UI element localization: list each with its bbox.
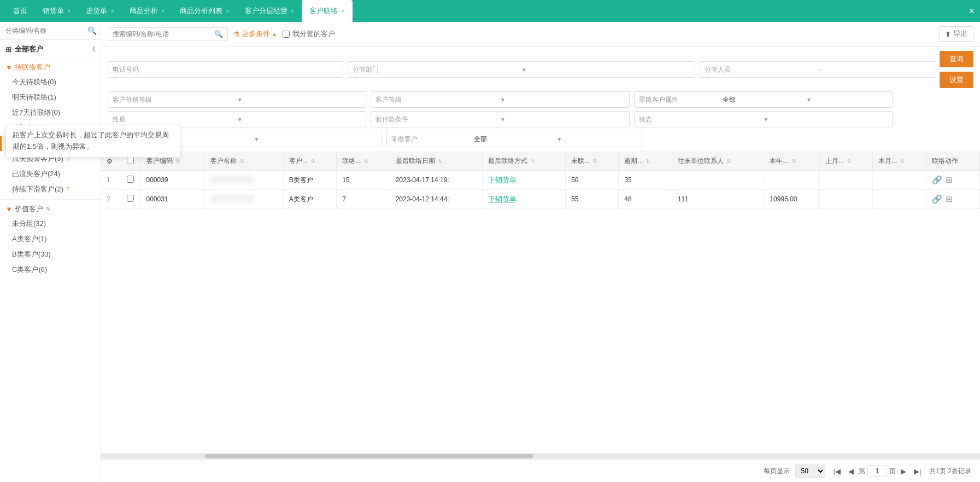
first-page-button[interactable]: |◀ — [831, 466, 843, 477]
manager-filter[interactable]: 分管人员 ··· — [700, 61, 935, 78]
status-filter[interactable]: 状态 ▼ — [634, 111, 893, 127]
horizontal-scrollbar[interactable] — [101, 453, 980, 460]
retail-customer-filter[interactable]: 零散客户 全部 ▼ — [386, 131, 642, 147]
row1-action: 🔗 ⊞ — [926, 171, 979, 190]
search-box[interactable]: 🔍 — [108, 27, 228, 41]
sort-code-icon: ⇅ — [175, 158, 180, 164]
sidebar-all-customers-header[interactable]: ⊞ 全部客户 《 — [0, 40, 101, 59]
col-last-month[interactable]: 上月... ⇅ — [819, 152, 872, 171]
sidebar-item-already-lost[interactable]: 已流失客户(24) — [0, 166, 101, 182]
nav-customer-contact[interactable]: 客户联络 × — [302, 0, 352, 22]
payment-filter[interactable]: 收付款条件 ▼ — [371, 111, 629, 127]
manager-dropdown-arrow: ··· — [818, 67, 930, 73]
sidebar-item-today-pending[interactable]: 今天待联络(0) — [0, 74, 101, 90]
search-input[interactable] — [113, 30, 214, 38]
row2-this-month — [873, 190, 926, 209]
pagination: |◀ ◀ 第 页 ▶ ▶| — [831, 465, 924, 477]
row1-link-icon[interactable]: 🔗 — [932, 175, 942, 185]
dept-filter[interactable]: 分管部门 ▼ — [348, 61, 696, 78]
row1-checkbox[interactable] — [127, 176, 134, 183]
col-overdue[interactable]: 逾期... ⇅ — [619, 152, 672, 171]
sidebar-value-customer-group[interactable]: ▼ 价值客户 ✎ — [0, 202, 101, 216]
row2-action: 🔗 ⊞ — [926, 190, 979, 209]
row2-this-year: 10995.00 — [764, 190, 819, 209]
close-product-analysis-icon[interactable]: × — [161, 8, 165, 14]
scroll-track — [101, 454, 980, 458]
nav-sales-order[interactable]: 销货单 × — [35, 0, 78, 22]
sidebar-item-ungrouped[interactable]: 未分组(32) — [0, 216, 101, 231]
nav-purchase-order[interactable]: 进货单 × — [78, 0, 121, 22]
row2-contact-person: 111 — [672, 190, 764, 209]
row2-grid-icon[interactable]: ⊞ — [946, 194, 953, 204]
col-type[interactable]: 客户... ⇅ — [283, 152, 336, 171]
row2-link-icon[interactable]: 🔗 — [932, 194, 942, 204]
triangle-down-icon: ▼ — [5, 63, 13, 72]
sort-overdue-icon: ⇅ — [646, 158, 650, 164]
col-last-date[interactable]: 最后联络日期 ⇅ — [390, 152, 483, 171]
sidebar-divider — [0, 199, 101, 200]
sidebar-item-tomorrow-pending[interactable]: 明天待联络(1) — [0, 90, 101, 105]
col-uncontact[interactable]: 未联... ⇅ — [565, 152, 618, 171]
export-button[interactable]: ⬆ 导出 — [939, 26, 973, 42]
sort-year-icon: ⇅ — [791, 158, 796, 164]
query-button[interactable]: 查询 — [940, 51, 973, 67]
row1-last-method[interactable]: 下销货单 — [483, 171, 566, 190]
row1-checkbox-cell[interactable] — [121, 171, 140, 190]
per-page-label: 每页显示 — [764, 467, 790, 476]
my-customers-checkbox-area[interactable]: 我分管的客户 — [283, 29, 335, 39]
sidebar-pending-contact-group[interactable]: ▼ 待联络客户 — [0, 59, 101, 74]
close-customer-contact-icon[interactable]: × — [341, 8, 344, 14]
next-page-button[interactable]: ▶ — [898, 466, 909, 477]
col-contact[interactable]: 联络... ⇅ — [337, 152, 390, 171]
toolbar: 🔍 ⚗ 更多条件 ▲ 我分管的客户 ⬆ 导出 — [101, 22, 980, 47]
row2-last-method[interactable]: 下销货单 — [483, 190, 566, 209]
per-page-select[interactable]: 50 100 200 — [795, 464, 825, 478]
value-customer-edit-icon[interactable]: ✎ — [45, 205, 51, 213]
nav-home[interactable]: 首页 — [5, 0, 35, 22]
payment-arrow: ▼ — [500, 117, 625, 123]
page-number-input[interactable] — [867, 465, 887, 477]
sort-method-icon: ⇅ — [531, 158, 535, 164]
price-grade-filter[interactable]: 客户价格等级 ▼ — [108, 91, 366, 108]
table-footer: 每页显示 50 100 200 |◀ ◀ 第 页 ▶ ▶| 共1页 2条记录 — [101, 460, 980, 482]
nav-customer-tier[interactable]: 客户分层经营 × — [237, 0, 302, 22]
price-grade-arrow: ▼ — [237, 97, 362, 103]
close-customer-tier-icon[interactable]: × — [291, 8, 294, 14]
my-customers-checkbox[interactable] — [283, 31, 290, 38]
row2-checkbox[interactable] — [127, 195, 134, 202]
nav-product-analysis-list[interactable]: 商品分析列表 × — [172, 0, 237, 22]
more-filter-button[interactable]: ⚗ 更多条件 ▲ — [233, 29, 277, 39]
window-close-button[interactable]: × — [969, 5, 975, 17]
prev-page-button[interactable]: ◀ — [846, 466, 856, 477]
sidebar-search-box[interactable]: 🔍 — [0, 22, 101, 40]
close-purchase-icon[interactable]: × — [110, 8, 114, 14]
close-product-list-icon[interactable]: × — [226, 8, 229, 14]
customer-grade-filter[interactable]: 客户等级 ▼ — [371, 91, 629, 108]
settings-button[interactable]: 设置 — [940, 72, 973, 88]
scroll-thumb[interactable] — [205, 454, 533, 458]
top-navigation: 首页 销货单 × 进货单 × 商品分析 × 商品分析列表 × 客户分层经营 × … — [0, 0, 980, 22]
sidebar-item-b-class[interactable]: B类客户(33) — [0, 247, 101, 262]
col-this-year[interactable]: 本年... ⇅ — [764, 152, 819, 171]
phone-input[interactable] — [142, 66, 338, 73]
sidebar-item-a-class[interactable]: A类客户(1) — [0, 231, 101, 247]
retail-attr-filter[interactable]: 零散客户属性 全部 ▼ — [634, 91, 893, 108]
last-page-button[interactable]: ▶| — [911, 466, 924, 477]
col-contact-person[interactable]: 往来单位联系人 ⇅ — [672, 152, 764, 171]
select-all-checkbox[interactable] — [127, 157, 134, 164]
total-label: 共1页 2条记录 — [929, 467, 971, 476]
row2-checkbox-cell[interactable] — [121, 190, 140, 209]
sidebar-item-7days-pending[interactable]: 近7天待联络(0) — [0, 105, 101, 120]
col-name[interactable]: 客户名称 ⇅ — [204, 152, 283, 171]
nav-product-analysis[interactable]: 商品分析 × — [122, 0, 172, 22]
declining-info-icon[interactable]: ? — [66, 186, 69, 193]
phone-filter[interactable]: 电话号码 — [108, 61, 343, 78]
sidebar-item-c-class[interactable]: C类客户(6) — [0, 262, 101, 277]
close-sales-order-icon[interactable]: × — [67, 8, 71, 14]
sidebar-item-declining[interactable]: 持续下滑客户(2) ? — [0, 182, 101, 197]
row1-grid-icon[interactable]: ⊞ — [946, 175, 953, 185]
col-this-month[interactable]: 本月... ⇅ — [873, 152, 926, 171]
col-last-method[interactable]: 最后联络方式 ⇅ — [483, 152, 566, 171]
sidebar-search-input[interactable] — [5, 27, 87, 34]
row2-contact: 7 — [337, 190, 390, 209]
